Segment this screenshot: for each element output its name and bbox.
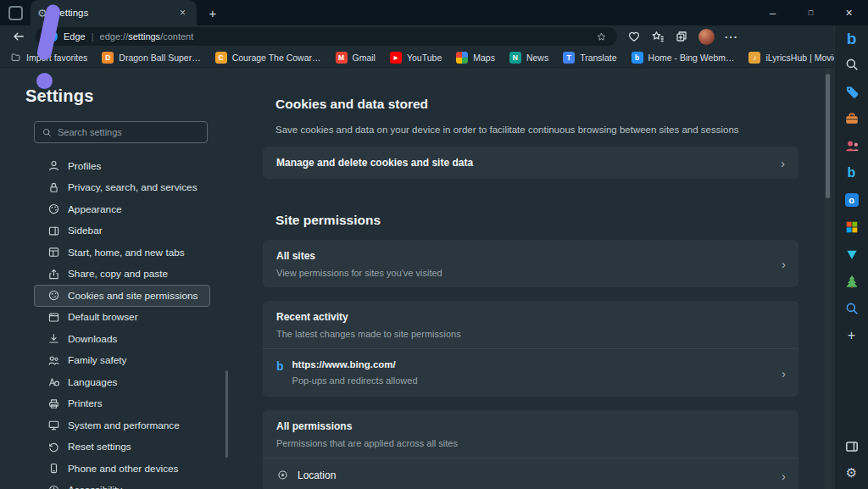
recent-activity-row-bing[interactable]: b https://www.bing.com/ Pop-ups and redi… <box>263 349 798 397</box>
all-permissions-card: All permissions Permissions that are app… <box>263 410 798 489</box>
favorite-label: YouTube <box>407 53 442 63</box>
default-browser-icon <box>47 311 60 324</box>
card-title: All sites <box>276 250 785 262</box>
sidebar-item-label: Appearance <box>68 203 122 215</box>
sidebar-tree-button[interactable] <box>835 268 868 295</box>
favorite-item[interactable]: C Courage The Cowar… <box>215 52 321 64</box>
sidebar-item-profiles[interactable]: Profiles <box>34 155 210 177</box>
sidebar-drop-button[interactable] <box>835 241 868 268</box>
sidebar-shopping-button[interactable] <box>835 78 868 105</box>
people-icon <box>844 138 860 153</box>
sidebar-bottom: ⚙ <box>844 439 860 482</box>
tree-icon <box>844 274 860 289</box>
all-sites-card[interactable]: All sites View permissions for sites you… <box>263 240 798 287</box>
manage-cookies-card[interactable]: Manage and delete cookies and site data … <box>263 147 798 179</box>
settings-search-box[interactable] <box>34 121 208 143</box>
chevron-right-icon: › <box>781 157 785 169</box>
search-input[interactable] <box>58 127 200 137</box>
maps-favicon <box>456 52 468 64</box>
edge-sidebar: b b o + ⚙ <box>834 25 868 489</box>
microsoft-365-icon <box>844 219 860 235</box>
permission-label: Location <box>298 470 336 481</box>
settings-gear-icon: ⚙ <box>37 8 47 19</box>
sidebar-item-label: Accessibility <box>68 484 122 489</box>
workspaces-icon[interactable] <box>8 6 23 20</box>
sidebar-item-languages[interactable]: Languages <box>34 371 210 393</box>
favorite-item[interactable]: N News <box>509 52 548 64</box>
sidebar-item-accessibility[interactable]: Accessibility <box>34 480 210 489</box>
languages-icon <box>47 375 60 388</box>
favorite-item[interactable]: ▶ YouTube <box>390 52 442 64</box>
family-safety-icon <box>47 354 60 367</box>
share-icon <box>47 268 60 281</box>
sidebar-search-button[interactable] <box>835 51 868 78</box>
sidebar-item-privacy[interactable]: Privacy, search, and services <box>34 177 210 199</box>
recent-activity-header: Recent activity The latest changes made … <box>263 301 798 348</box>
favorite-item[interactable]: ♪ iLyricsHub | Movies,… <box>748 52 834 64</box>
browser-tab-settings[interactable]: ⚙ Settings × <box>31 0 197 25</box>
sidebar-scrollbar-thumb[interactable] <box>225 370 228 458</box>
sidebar-copilot-button[interactable]: b <box>835 27 868 51</box>
address-bar[interactable]: e Edge | edge://settings/content <box>36 27 617 46</box>
sidebar-item-label: System and performance <box>68 420 180 431</box>
sidebar-add-button[interactable]: + <box>835 322 868 349</box>
favorite-item[interactable]: Maps <box>456 52 495 64</box>
settings-page: Settings Profiles Privacy, search, and s… <box>0 68 834 489</box>
permission-row-location[interactable]: Location › <box>263 458 798 489</box>
sidebar-item-share-copy-paste[interactable]: Share, copy and paste <box>34 264 210 286</box>
maximize-button[interactable]: □ <box>792 0 830 25</box>
sidebar-item-default-browser[interactable]: Default browser <box>34 307 210 329</box>
favorite-item[interactable]: T Translate <box>563 52 616 64</box>
add-favorite-star-icon[interactable] <box>596 31 607 42</box>
back-button[interactable] <box>12 30 25 43</box>
favorite-item[interactable]: b Home - Bing Webm… <box>632 52 735 64</box>
favorite-item[interactable]: D Dragon Ball Super… <box>102 52 200 64</box>
favorite-item-import[interactable]: Import favorites <box>10 52 87 63</box>
more-menu-button[interactable]: ··· <box>725 31 738 43</box>
favorite-label: Import favorites <box>26 53 87 63</box>
sidebar-visual-search-button[interactable] <box>835 295 868 322</box>
sidebar-item-system-performance[interactable]: System and performance <box>34 414 210 436</box>
url-scheme: edge:// <box>100 31 129 42</box>
sidebar-microsoft-365-button[interactable] <box>835 214 868 241</box>
url-text[interactable]: edge://settings/content <box>100 31 194 42</box>
sidebar-item-appearance[interactable]: Appearance <box>34 198 210 220</box>
sidebar-toggle-icon <box>844 439 860 454</box>
profile-avatar[interactable] <box>698 29 715 45</box>
appearance-icon <box>47 203 60 215</box>
sidebar-bing-chat-button[interactable]: b <box>835 159 868 186</box>
sidebar-item-printers[interactable]: Printers <box>34 393 210 415</box>
add-icon: + <box>848 328 855 343</box>
sidebar-people-button[interactable] <box>835 132 868 159</box>
visual-search-icon <box>844 301 860 316</box>
sidebar-item-family-safety[interactable]: Family safety <box>34 350 210 372</box>
sidebar-toolbox-button[interactable] <box>835 105 868 132</box>
sidebar-item-downloads[interactable]: Downloads <box>34 328 210 350</box>
sidebar-item-label: Downloads <box>68 333 117 345</box>
recent-activity-card: Recent activity The latest changes made … <box>263 301 798 397</box>
printers-icon <box>47 397 60 410</box>
sidebar-item-sidebar[interactable]: Sidebar <box>34 220 210 242</box>
sidebar-item-start-home[interactable]: Start, home, and new tabs <box>34 242 210 264</box>
sidebar-outlook-button[interactable]: o <box>835 186 868 214</box>
sidebar-toggle-button[interactable] <box>844 439 860 454</box>
sidebar-item-label: Privacy, search, and services <box>68 181 198 193</box>
sidebar-settings-button[interactable]: ⚙ <box>846 466 857 479</box>
sidebar-item-cookies-permissions[interactable]: Cookies and site permissions <box>34 285 210 307</box>
favorites-icon[interactable] <box>651 30 665 43</box>
browser-essentials-icon[interactable] <box>627 30 641 43</box>
new-tab-button[interactable]: + <box>202 2 224 24</box>
phone-devices-icon <box>47 462 60 475</box>
sidebar-item-label: Family safety <box>68 354 127 366</box>
tab-close-button[interactable]: × <box>175 6 190 20</box>
window-controls: – □ × <box>754 0 868 25</box>
content-scrollbar-thumb[interactable] <box>826 74 830 198</box>
close-button[interactable]: × <box>830 0 868 25</box>
sidebar-item-reset-settings[interactable]: Reset settings <box>34 436 210 458</box>
favorite-label: iLyricsHub | Movies,… <box>765 53 834 63</box>
collections-icon[interactable] <box>675 30 688 43</box>
sidebar-item-phone-devices[interactable]: Phone and other devices <box>34 458 210 480</box>
favorite-item[interactable]: M Gmail <box>336 52 376 64</box>
section-description: Save cookies and data on your device in … <box>275 125 798 135</box>
minimize-button[interactable]: – <box>754 0 792 25</box>
